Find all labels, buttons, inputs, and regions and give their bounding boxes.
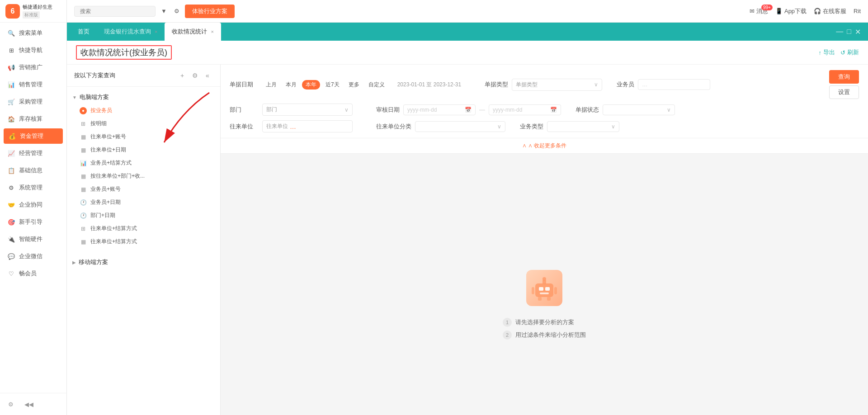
tabs-bar: 首页 现金银行流水查询 × 收款情况统计 × — □ ✕ [67,23,868,41]
sidebar-item-system[interactable]: ⚙ 系统管理 [0,179,66,196]
topbar-search-input[interactable] [74,6,156,17]
scheme-grid-icon: ⊞ [80,120,87,127]
sidebar-item-wechat[interactable]: 💬 企业微信 [0,248,66,265]
sidebar-item-purchase[interactable]: 🛒 采购管理 [0,93,66,110]
date-tab-more[interactable]: 更多 [345,80,363,90]
sales-nav-icon: 📊 [7,81,15,88]
sidebar-item-basic[interactable]: 📋 基础信息 [0,162,66,179]
review-date-start[interactable]: yyyy-mm-dd 📅 [403,104,476,115]
scheme-item-unit-date[interactable]: ▦ 往来单位+日期 [67,143,220,156]
tab-bank-flow[interactable]: 现金银行流水查询 × [97,23,165,41]
sidebar-item-operation[interactable]: 📈 经营管理 [0,145,66,162]
sidebar-item-label: 采购管理 [19,98,42,106]
sidebar-item-enterprise[interactable]: 🤝 企业协同 [0,196,66,213]
sidebar-item-label: 企业微信 [19,252,42,260]
tab-home[interactable]: 首页 [71,23,97,41]
partner-select[interactable]: 往来单位 … [262,120,353,132]
review-end-placeholder: yyyy-mm-dd [493,107,522,113]
scheme-clock-icon2: 🕐 [80,212,87,219]
settings-bottom-btn[interactable]: ⚙ [4,397,18,411]
add-scheme-btn[interactable]: + [177,70,188,81]
export-label: 导出 [823,48,835,57]
page-title: 收款情况统计(按业务员) [76,45,172,60]
app-download-btn[interactable]: 📱 App下载 [775,7,807,15]
date-tab-custom[interactable]: 自定义 [365,80,388,90]
scheme-item-unit-dept[interactable]: ▦ 按往来单位+部门+收... [67,170,220,183]
scheme-item-label: 业务员+日期 [90,198,121,206]
sidebar-item-label: 新手引导 [19,218,42,226]
voucher-status-select[interactable]: ∨ [603,104,675,115]
date-range-display: 2023-01-01 至 2023-12-31 [397,81,461,89]
scheme-table-icon2: ▦ [80,146,87,154]
sidebar-item-label: 企业协同 [19,201,42,209]
refresh-btn[interactable]: ↺ 刷新 [840,48,859,57]
sidebar-item-marketing[interactable]: 📢 营销推广 [0,59,66,76]
sidebar-item-guide[interactable]: 🎯 新手引导 [0,213,66,231]
sidebar-item-quick[interactable]: ⊞ 快捷导航 [0,42,66,59]
scheme-settings-btn[interactable]: ⚙ [189,70,200,81]
sidebar-item-sales[interactable]: 📊 销售管理 [0,76,66,93]
scheme-item-dept-date[interactable]: 🕐 部门+日期 [67,209,220,222]
desktop-section-header[interactable]: ▼ 电脑端方案 [67,90,220,104]
date-tab-this-year[interactable]: 本年 [302,80,320,90]
topbar-dropdown-icon[interactable]: ▼ [161,8,167,14]
collapse-sidebar-btn[interactable]: ◀◀ [22,397,36,411]
mobile-section-header[interactable]: ▶ 移动端方案 [67,255,220,269]
topbar-gear-icon[interactable]: ⚙ [174,8,179,14]
review-date-end[interactable]: yyyy-mm-dd 📅 [489,104,561,115]
scheme-item-salesman-account[interactable]: ▦ 业务员+账号 [67,183,220,196]
export-btn[interactable]: ↑ 导出 [819,48,835,57]
partner-category-select[interactable]: ∨ [415,121,505,132]
sidebar-item-label: 经营管理 [19,149,42,157]
voucher-type-select[interactable]: 单据类型 ∨ [512,79,602,91]
page-content: 收款情况统计(按业务员) ↑ 导出 ↺ 刷新 按以下方案查询 + [67,41,868,415]
app-icon: 📱 [775,8,783,14]
maximize-btn[interactable]: □ [847,28,851,36]
date-tab-last-month[interactable]: 上月 [262,80,280,90]
scheme-item-unit-settle1[interactable]: ⊞ 往来单位+结算方式 [67,222,220,235]
sidebar-item-search[interactable]: 🔍 搜索菜单 [0,24,66,42]
collapse-panel-btn[interactable]: « [202,70,213,81]
search-nav-icon: 🔍 [7,30,15,37]
message-btn[interactable]: ✉ 消息 99+ [750,7,768,15]
minimize-btn[interactable]: — [836,28,843,36]
user-name[interactable]: Rit [854,8,861,14]
scheme-item-salesman[interactable]: ● 按业务员 [67,104,220,117]
scheme-item-salesman-date[interactable]: 🕐 业务员+日期 [67,196,220,209]
scheme-item-unit-settle2[interactable]: ▦ 往来单位+结算方式 [67,235,220,248]
app-tag: 标准版 [23,11,40,19]
trial-btn[interactable]: 体验行业方案 [185,5,235,18]
date-tab-this-month[interactable]: 本月 [282,80,300,90]
export-icon: ↑ [819,49,822,56]
scheme-item-detail[interactable]: ⊞ 按明细 [67,117,220,130]
scheme-item-unit-account[interactable]: ▦ 往来单位+账号 [67,130,220,143]
empty-state: 1 请先选择要分析的方案 2 用过滤条件来缩小分析范围 [503,265,586,340]
sidebar-item-member[interactable]: ♡ 畅会员 [0,265,66,282]
sidebar-item-label: 智能硬件 [19,235,42,243]
partner-cat-chevron: ∨ [497,123,501,130]
collapse-filter-btn[interactable]: ∧ ∧ 收起更多条件 [221,138,868,154]
close-window-btn[interactable]: ✕ [855,28,861,36]
basic-nav-icon: 📋 [7,167,15,174]
query-btn[interactable]: 查询 [829,70,859,84]
date-tab-7days[interactable]: 近7天 [322,80,343,90]
service-btn[interactable]: 🎧 在线客服 [814,7,846,15]
refresh-icon: ↺ [840,49,845,56]
sidebar-item-inventory[interactable]: 🏠 库存核算 [0,110,66,127]
collapse-icon: ∧ [522,142,527,149]
partner-more-icon[interactable]: … [290,123,296,130]
left-panel-title: 按以下方案查询 [74,71,173,80]
tab-collect-close-icon[interactable]: × [211,29,213,34]
tab-bank-close-icon[interactable]: × [155,29,157,34]
settings-btn[interactable]: 设置 [829,85,859,99]
business-type-select[interactable]: ∨ [547,121,619,132]
salesman-select[interactable]: … [638,79,710,90]
scheme-item-salesman-settle[interactable]: 📊 业务员+结算方式 [67,156,220,170]
dept-select[interactable]: 部门 ∨ [262,104,353,116]
svg-point-5 [542,277,546,281]
calendar-icon2: 📅 [550,107,557,113]
svg-rect-3 [540,292,549,294]
sidebar-item-hardware[interactable]: 🔌 智能硬件 [0,231,66,248]
tab-collect-stats[interactable]: 收款情况统计 × [165,23,221,41]
sidebar-item-finance[interactable]: 💰 资金管理 [4,128,63,144]
